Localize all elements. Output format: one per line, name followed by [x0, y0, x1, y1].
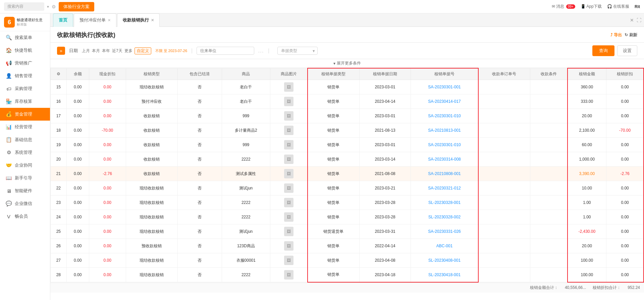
sidebar-item-member[interactable]: V畅会员 — [0, 210, 50, 223]
cell-13: 0.00 — [606, 138, 644, 152]
cell-13: 0.00 — [606, 181, 644, 196]
cell-5: 老白干 — [222, 80, 270, 94]
sidebar-item-wechat[interactable]: 💬企业微信 — [0, 197, 50, 210]
voucher-no-link[interactable]: SA-20230414-017 — [428, 99, 461, 104]
voucher-no-link[interactable]: SA-20230301-010 — [428, 142, 461, 147]
logo-sub: 标准版 — [17, 22, 43, 27]
app-download-link[interactable]: 📱 App下载 — [581, 4, 602, 9]
tab-collection[interactable]: 收款核销执行✕ — [117, 13, 160, 27]
sidebar-item-stock[interactable]: 🏪库存核算 — [0, 95, 50, 108]
filter-expand-button[interactable]: » — [57, 47, 65, 55]
sidebar-item-base[interactable]: 📋基础信息 — [0, 133, 50, 146]
cell-1: 0.00 — [66, 138, 89, 152]
settings-gear-icon[interactable]: ⚙ — [52, 4, 56, 9]
cell-2: 0.00 — [89, 224, 126, 239]
service-link[interactable]: 🎧 在线客服 — [607, 4, 629, 9]
cell-6: 🖼 — [270, 167, 307, 181]
cell-5: 123D商品 — [222, 239, 270, 253]
date-more[interactable]: 更多 — [124, 48, 132, 54]
voucher-no-link[interactable]: SA-20230301-001 — [428, 85, 461, 89]
cell-3: 现结收款核销 — [126, 210, 177, 224]
cell-12: 360.00 — [568, 80, 606, 94]
sidebar-item-nav[interactable]: 🏠快捷导航 — [0, 44, 50, 57]
voucher-type-select[interactable]: 单据类型 — [277, 47, 318, 55]
sidebar-item-sales[interactable]: 👤销售管理 — [0, 70, 50, 82]
filter-actions: 查询 设置 — [592, 45, 637, 56]
cell-12: 3,390.00 — [568, 167, 606, 181]
tab-prepay[interactable]: 预付冲应付单✕ — [74, 13, 116, 27]
sidebar-item-guide[interactable]: 📖新手引导 — [0, 172, 50, 184]
voucher-no-link[interactable]: SL-20230328-001 — [428, 200, 461, 205]
sidebar-item-search[interactable]: 🔍搜索菜单 — [0, 31, 50, 44]
sidebar-item-hardware[interactable]: 🖥智能硬件 — [0, 184, 50, 197]
cell-12: 100.00 — [568, 253, 606, 268]
cell-4: 否 — [177, 268, 222, 282]
voucher-no-link[interactable]: SA-20210808-001 — [428, 171, 461, 176]
cell-3: 收款核销 — [126, 138, 177, 152]
sidebar-item-marketing[interactable]: 📢营销推广 — [0, 57, 50, 70]
tab-home[interactable]: 首页 — [53, 13, 73, 27]
cell-7: 销货单 — [308, 210, 360, 224]
page-title-actions: ⤴ 导出 ↻ 刷新 — [610, 32, 637, 38]
cell-9: SA-20230301-001 — [411, 80, 478, 94]
sidebar-label-base: 基础信息 — [15, 137, 32, 143]
voucher-no-link[interactable]: SA-20230314-008 — [428, 157, 461, 162]
table-row: 150.000.00现结收款核销否老白干🖼销货单2023-03-01SA-202… — [51, 80, 644, 94]
export-button[interactable]: ⤴ 导出 — [610, 32, 622, 38]
date-custom[interactable]: 自定义 — [135, 47, 151, 54]
tab-close-collection[interactable]: ✕ — [151, 18, 154, 23]
cell-7: 销货单 — [308, 123, 360, 138]
cell-4: 否 — [177, 152, 222, 167]
cell-10 — [478, 123, 530, 138]
close-window-icon[interactable]: ✕ — [630, 17, 634, 23]
cell-2: 0.00 — [89, 239, 126, 253]
sidebar-icon-sales: 👤 — [5, 73, 12, 79]
date-range-display: 不限 至 2023-07-26 — [155, 48, 187, 53]
top-search-box[interactable]: 搜索内容 — [4, 2, 44, 11]
partner-input[interactable] — [197, 47, 254, 55]
voucher-no-link[interactable]: SL-20230328-002 — [428, 215, 461, 219]
voucher-no-link[interactable]: SL-20230418-001 — [428, 272, 461, 277]
sidebar-item-enterprise[interactable]: 🤝企业协同 — [0, 159, 50, 172]
cell-8: 2023-03-01 — [359, 80, 411, 94]
cell-6: 🖼 — [270, 152, 307, 167]
sidebar-item-capital[interactable]: 💰资金管理 — [0, 108, 50, 121]
refresh-button[interactable]: ↻ 刷新 — [625, 32, 637, 38]
cell-3: 收款核销 — [126, 152, 177, 167]
cell-9: SL-20230328-001 — [411, 196, 478, 210]
message-link[interactable]: ✉ 消息 99+ — [552, 4, 575, 9]
sidebar-item-purchase[interactable]: 🏷采购管理 — [0, 82, 50, 95]
sidebar-icon-search: 🔍 — [5, 35, 12, 41]
voucher-no-link[interactable]: SA-20230331-026 — [428, 229, 461, 234]
date-7days[interactable]: 近7天 — [112, 48, 122, 54]
cell-9: SA-20210808-001 — [411, 167, 478, 181]
cell-5: 2222 — [222, 268, 270, 282]
voucher-no-link[interactable]: SA-20210813-001 — [428, 128, 461, 133]
query-button[interactable]: 查询 — [592, 45, 614, 56]
voucher-no-link[interactable]: SA-20230321-012 — [428, 186, 461, 190]
voucher-no-link[interactable]: ABC-001 — [436, 244, 453, 248]
sidebar-item-operations[interactable]: 📊经营管理 — [0, 121, 50, 133]
date-last-month[interactable]: 上月 — [82, 48, 90, 54]
date-this-month[interactable]: 本月 — [92, 48, 100, 54]
cell-0: 17 — [51, 109, 67, 123]
voucher-no-link[interactable]: SA-20230301-010 — [428, 114, 461, 118]
goods-image-thumb: 🖼 — [284, 183, 293, 193]
cell-3: 现结收款核销 — [126, 80, 177, 94]
sidebar-item-system[interactable]: ⚙系统管理 — [0, 146, 50, 159]
cell-0: 18 — [51, 123, 67, 138]
table-row: 250.000.00现结收款核销否测试jun🖼销货退货单2023-03-31SA… — [51, 224, 644, 239]
voucher-no-link[interactable]: SL-20230408-001 — [428, 258, 461, 263]
table-area: ⚙余额现金折扣核销类型包含已结清商品商品图片核销单据类型核销单据日期核销单据号收… — [50, 68, 644, 300]
cell-8: 2023-03-31 — [359, 224, 411, 239]
date-this-year[interactable]: 本年 — [102, 48, 110, 54]
industry-btn[interactable]: 体验行业方案 — [59, 2, 94, 11]
tab-close-prepay[interactable]: ✕ — [108, 18, 111, 23]
cell-2: 0.00 — [89, 181, 126, 196]
logo-text-block: 畅捷通谱好生意 标准版 — [17, 17, 43, 27]
table-row: 270.000.00现结收款核销否衣服00001🖼销货单2023-04-08SL… — [51, 253, 644, 268]
cell-8: 2023-03-01 — [359, 109, 411, 123]
setting-button[interactable]: 设置 — [617, 45, 637, 56]
expand-more-button[interactable]: ▾ 展开更多条件 — [333, 60, 361, 66]
expand-icon[interactable]: ⛶ — [637, 17, 641, 23]
